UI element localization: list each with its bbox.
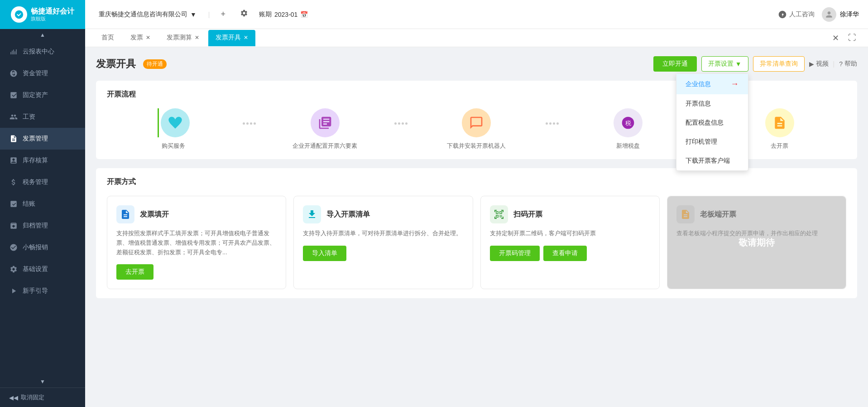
process-step-3: 下载并安装开票机器人	[410, 108, 543, 150]
tab-label: 首页	[101, 34, 114, 42]
sidebar-label: 库存核算	[23, 156, 48, 165]
sidebar-item-inventory[interactable]: 库存核算	[0, 150, 85, 171]
process-step-1: 购买服务	[107, 108, 240, 150]
card-header: 发票填开	[116, 205, 277, 223]
app-name: 畅捷通好会计	[31, 7, 74, 15]
step-connector-1	[240, 122, 259, 136]
card-desc: 支持按照发票样式手工填开发票；可开具增值税电子普通发票、增值税普通发票、增值税专…	[116, 229, 277, 257]
avatar	[822, 7, 836, 22]
tab-estimate[interactable]: 发票测算 ✕	[159, 30, 206, 46]
sidebar-item-tax[interactable]: 税务管理	[0, 171, 85, 193]
card-icon-fill	[116, 205, 134, 223]
activate-button[interactable]: 立即开通	[653, 56, 697, 72]
tab-label: 发票测算	[167, 34, 192, 42]
scroll-up[interactable]: ▲	[0, 29, 85, 41]
sidebar-item-fund[interactable]: 资金管理	[0, 63, 85, 84]
sidebar-item-settings[interactable]: 基础设置	[0, 258, 85, 280]
title-actions: 立即开通 开票设置 ▼ 企业信息 → 开票信息	[653, 56, 857, 72]
step-icon-5	[765, 108, 794, 137]
tab-home[interactable]: 首页	[94, 30, 121, 46]
qr-manage-button[interactable]: 开票码管理	[490, 246, 540, 261]
scroll-down[interactable]: ▼	[0, 376, 85, 388]
fund-icon	[9, 69, 18, 78]
page-content: 发票开具 待开通 立即开通 开票设置 ▼ 企业信息 →	[85, 47, 868, 407]
svg-text:税: 税	[625, 120, 631, 126]
settings-button[interactable]	[236, 7, 252, 21]
sidebar-item-asset[interactable]: 固定资产	[0, 84, 85, 106]
help-button[interactable]: ? 帮助	[839, 60, 857, 68]
sidebar-label: 结账	[23, 200, 35, 208]
sidebar-item-guide[interactable]: 新手引导	[0, 280, 85, 302]
app-edition: 旗舰版	[31, 15, 74, 22]
sidebar-item-cloud-report[interactable]: 云报表中心	[0, 41, 85, 63]
add-button[interactable]: +	[217, 8, 230, 21]
card-footer: 开票码管理 查看申请	[490, 246, 650, 261]
process-step-2: 企业开通配置开票六要素	[259, 108, 392, 150]
fullscreen-button[interactable]: ⛶	[845, 32, 859, 44]
sidebar-nav: 云报表中心 资金管理 固定资产 工资 发票管理	[0, 41, 85, 376]
btn-label: 视频	[816, 60, 829, 68]
support-button[interactable]: 人工咨询	[778, 10, 815, 19]
exception-list-button[interactable]: 异常清单查询	[753, 56, 805, 72]
user-info[interactable]: 徐泽华	[822, 7, 859, 22]
card-header: 导入开票清单	[303, 205, 463, 223]
item-label: 下载开票客户端	[686, 157, 730, 165]
item-label: 企业信息	[686, 80, 711, 88]
sidebar-label: 云报表中心	[23, 48, 54, 56]
import-list-button[interactable]: 导入清单	[303, 246, 346, 261]
sidebar-item-report[interactable]: 小畅报销	[0, 237, 85, 258]
close-icon[interactable]: ✕	[244, 34, 248, 41]
invoice-icon	[9, 134, 18, 143]
sidebar-item-checkout[interactable]: 结账	[0, 193, 85, 215]
dropdown-item-download[interactable]: 下载开票客户端	[676, 151, 748, 170]
company-selector[interactable]: 重庆畅捷交通信息咨询有限公司 ▼	[94, 8, 201, 21]
fill-invoice-button[interactable]: 去开票	[116, 264, 153, 280]
dropdown-item-company[interactable]: 企业信息 →	[676, 74, 748, 94]
sidebar-collapse[interactable]: ◀◀ 取消固定	[0, 388, 85, 407]
period-value: 2023-01	[274, 11, 297, 18]
card-footer: 去开票	[116, 264, 277, 280]
btn-label: 开票设置	[708, 60, 734, 68]
billing-methods-grid: 发票填开 支持按照发票样式手工填开发票；可开具增值税电子普通发票、增值税普通发票…	[107, 196, 846, 289]
invoice-settings-button[interactable]: 开票设置 ▼	[701, 56, 748, 72]
close-icon[interactable]: ✕	[195, 34, 199, 41]
step-label-1: 购买服务	[162, 142, 185, 150]
close-icon[interactable]: ✕	[146, 34, 150, 41]
sidebar-item-payroll[interactable]: 工资	[0, 106, 85, 128]
sidebar-item-archive[interactable]: 归档管理	[0, 215, 85, 237]
tab-invoice[interactable]: 发票 ✕	[123, 30, 158, 46]
video-button[interactable]: ▶ 视频	[809, 60, 829, 68]
btn-label: 帮助	[844, 60, 857, 68]
guide-icon	[9, 286, 18, 296]
divider: |	[208, 11, 210, 18]
billing-card-import: 导入开票清单 支持导入待开票清单，可对待开票清单进行拆分、合并处理。 导入清单	[293, 196, 473, 289]
sidebar-item-invoice[interactable]: 发票管理	[0, 128, 85, 150]
step-label-5: 去开票	[771, 142, 788, 150]
tab-invoice-issue[interactable]: 发票开具 ✕	[208, 30, 255, 46]
sidebar-label: 资金管理	[23, 69, 48, 78]
sidebar-label: 基础设置	[23, 265, 48, 273]
card-desc: 支持导入待开票清单，可对待开票清单进行拆分、合并处理。	[303, 229, 463, 238]
period-label-text: 账期	[259, 10, 272, 19]
status-badge: 待开通	[143, 59, 167, 69]
card-title: 扫码开票	[513, 210, 542, 219]
step-label-2: 企业开通配置开票六要素	[293, 142, 357, 150]
billing-card-scan: 扫码开票 支持定制开票二维码，客户端可扫码开票 开票码管理 查看申请	[480, 196, 660, 289]
step-line	[158, 108, 159, 137]
tax-icon	[9, 178, 18, 187]
dropdown-item-printer[interactable]: 打印机管理	[676, 132, 748, 151]
dropdown-item-invoice-info[interactable]: 开票信息	[676, 94, 748, 113]
checkout-icon	[9, 199, 18, 208]
step-connector-2	[392, 122, 410, 136]
process-step-4: 税 新增税盘	[561, 108, 695, 150]
sidebar-label: 税务管理	[23, 178, 48, 186]
dropdown-item-tax-config[interactable]: 配置税盘信息	[676, 113, 748, 132]
play-icon: ▶	[809, 60, 814, 68]
close-tab-button[interactable]: ✕	[830, 32, 842, 44]
report-icon	[9, 243, 18, 252]
header-right: 人工咨询 徐泽华	[778, 7, 859, 22]
view-apply-button[interactable]: 查看申请	[543, 246, 587, 261]
collapse-label: 取消固定	[21, 393, 44, 402]
chevron-down-icon: ▼	[190, 11, 197, 18]
red-arrow-icon: →	[731, 79, 739, 89]
